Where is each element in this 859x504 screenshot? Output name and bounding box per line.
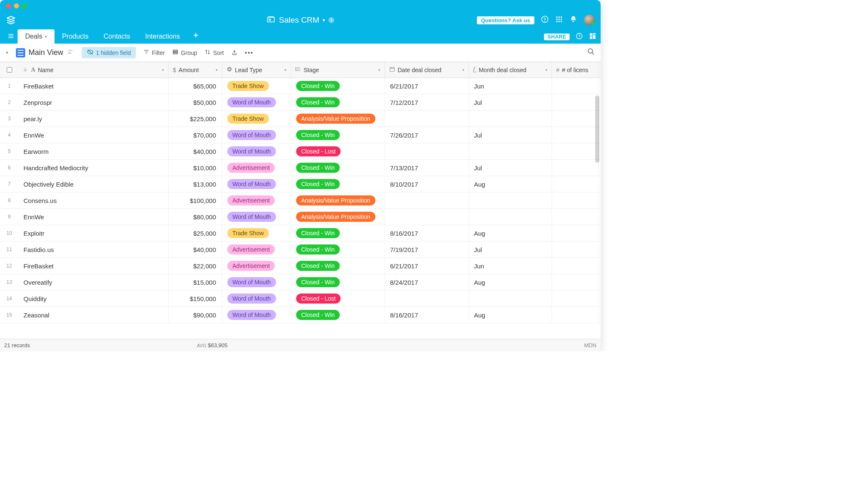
cell-licenses[interactable] [552, 274, 599, 290]
cell-lead[interactable]: Advertisement [222, 258, 291, 274]
cell-date[interactable]: 8/24/2017 [385, 274, 469, 290]
avatar[interactable] [584, 15, 595, 26]
cell-date[interactable]: 8/16/2017 [385, 307, 469, 323]
cell-amount[interactable]: $90,000 [169, 307, 222, 323]
cell-date[interactable]: 7/12/2017 [385, 94, 469, 110]
cell-date[interactable] [385, 209, 469, 225]
cell-name[interactable]: FireBasket [18, 258, 169, 274]
cell-amount[interactable]: $25,000 [169, 225, 222, 241]
cell-month[interactable]: Jul [469, 242, 552, 257]
window-close-icon[interactable] [6, 3, 11, 8]
cell-name[interactable]: EnnWe [18, 127, 169, 143]
base-title[interactable]: Sales CRM ▾ i [266, 15, 334, 26]
cell-amount[interactable]: $65,000 [169, 78, 222, 94]
cell-lead[interactable]: Word of Mouth [222, 127, 291, 143]
cell-name[interactable]: Exploitr [18, 225, 169, 241]
cell-lead[interactable]: Word of Mouth [222, 209, 291, 225]
cell-licenses[interactable] [552, 192, 599, 208]
tab-deals[interactable]: Deals ▾ [18, 29, 55, 44]
col-name[interactable]: A Name▾ [18, 62, 169, 78]
cell-date[interactable] [385, 291, 469, 307]
col-stage[interactable]: Stage▾ [291, 62, 385, 78]
table-row[interactable]: 9EnnWe$80,000Word of MouthAnalysis/Value… [0, 209, 601, 225]
cell-date[interactable]: 8/10/2017 [385, 176, 469, 192]
cell-name[interactable]: EnnWe [18, 209, 169, 225]
table-row[interactable]: 3pear.ly$225,000Trade ShowAnalysis/Value… [0, 111, 601, 127]
cell-month[interactable]: Aug [469, 274, 552, 290]
cell-date[interactable]: 7/19/2017 [385, 242, 469, 257]
cell-licenses[interactable] [552, 291, 599, 307]
cell-licenses[interactable] [552, 143, 599, 159]
cell-amount[interactable]: $40,000 [169, 242, 222, 257]
apps-icon[interactable] [555, 16, 563, 25]
table-row[interactable]: 10Exploitr$25,000Trade ShowClosed - Win8… [0, 225, 601, 242]
cell-lead[interactable]: Word of Mouth [222, 291, 291, 307]
cell-stage[interactable]: Closed - Win [291, 274, 385, 290]
cell-name[interactable]: Consens.us [18, 192, 169, 208]
window-zoom-icon[interactable] [22, 3, 27, 8]
hamburger-icon[interactable] [4, 29, 18, 44]
window-minimize-icon[interactable] [14, 3, 19, 8]
chevron-down-icon[interactable]: ▾ [162, 68, 164, 72]
cell-licenses[interactable] [552, 225, 599, 241]
table-row[interactable]: 13Overeatify$15,000Word of MouthClosed -… [0, 274, 601, 291]
cell-date[interactable]: 6/21/2017 [385, 78, 469, 94]
cell-licenses[interactable] [552, 111, 599, 127]
table-row[interactable]: 5Earworm$40,000Word of MouthClosed - Los… [0, 143, 601, 160]
chevron-down-icon[interactable]: ▾ [284, 68, 286, 72]
ask-us-button[interactable]: Questions? Ask us [477, 16, 534, 24]
chevron-down-icon[interactable]: ▾ [378, 68, 380, 72]
cell-licenses[interactable] [552, 78, 599, 94]
cell-lead[interactable]: Trade Show [222, 111, 291, 127]
table-row[interactable]: 11Fastidio.us$40,000AdvertisementClosed … [0, 242, 601, 258]
chevron-down-icon[interactable]: ▾ [462, 68, 464, 72]
cell-amount[interactable]: $150,000 [169, 291, 222, 307]
cell-stage[interactable]: Closed - Win [291, 78, 385, 94]
cell-licenses[interactable] [552, 94, 599, 110]
cell-amount[interactable]: $80,000 [169, 209, 222, 225]
cell-lead[interactable]: Trade Show [222, 78, 291, 94]
cell-licenses[interactable] [552, 307, 599, 323]
chevron-down-icon[interactable]: ▾ [545, 68, 547, 72]
cell-stage[interactable]: Analysis/Value Proposition [291, 111, 385, 127]
cell-stage[interactable]: Closed - Win [291, 160, 385, 176]
table-row[interactable]: 15Zeasonal$90,000Word of MouthClosed - W… [0, 307, 601, 323]
cell-stage[interactable]: Closed - Lost [291, 291, 385, 307]
cell-licenses[interactable] [552, 127, 599, 143]
view-switcher[interactable]: Main View [16, 48, 74, 57]
cell-month[interactable]: Jul [469, 127, 552, 143]
cell-date[interactable] [385, 192, 469, 208]
tab-interactions[interactable]: Interactions [138, 29, 187, 44]
cell-name[interactable]: FireBasket [18, 78, 169, 94]
amount-summary[interactable]: AVG $63,905 [197, 342, 227, 348]
cell-lead[interactable]: Word of Mouth [222, 143, 291, 159]
history-icon[interactable] [575, 32, 583, 41]
table-row[interactable]: 6Handcrafted Mediocrity$10,000Advertisem… [0, 160, 601, 176]
cell-name[interactable]: Zenprospr [18, 94, 169, 110]
cell-stage[interactable]: Closed - Win [291, 225, 385, 241]
vertical-scrollbar[interactable] [595, 96, 599, 335]
cell-stage[interactable]: Closed - Win [291, 94, 385, 110]
cell-lead[interactable]: Advertisement [222, 160, 291, 176]
select-all-checkbox[interactable] [0, 67, 18, 73]
cell-name[interactable]: pear.ly [18, 111, 169, 127]
table-row[interactable]: 12FireBasket$22,000AdvertisementClosed -… [0, 258, 601, 274]
tab-products[interactable]: Products [55, 29, 96, 44]
table-row[interactable]: 7Objectively Edible$13,000Word of MouthC… [0, 176, 601, 192]
cell-licenses[interactable] [552, 176, 599, 192]
cell-stage[interactable]: Closed - Win [291, 127, 385, 143]
cell-month[interactable] [469, 192, 552, 208]
cell-stage[interactable]: Closed - Win [291, 242, 385, 257]
table-row[interactable]: 2Zenprospr$50,000Word of MouthClosed - W… [0, 94, 601, 111]
cell-lead[interactable]: Advertisement [222, 192, 291, 208]
cell-amount[interactable]: $70,000 [169, 127, 222, 143]
scroll-thumb[interactable] [595, 96, 599, 163]
cell-date[interactable] [385, 143, 469, 159]
table-row[interactable]: 4EnnWe$70,000Word of MouthClosed - Win7/… [0, 127, 601, 143]
cell-licenses[interactable] [552, 258, 599, 274]
cell-amount[interactable]: $15,000 [169, 274, 222, 290]
cell-stage[interactable]: Closed - Win [291, 258, 385, 274]
hidden-fields-button[interactable]: 1 hidden field [82, 47, 136, 58]
view-menu-caret[interactable]: ▾ [6, 50, 8, 55]
cell-amount[interactable]: $22,000 [169, 258, 222, 274]
